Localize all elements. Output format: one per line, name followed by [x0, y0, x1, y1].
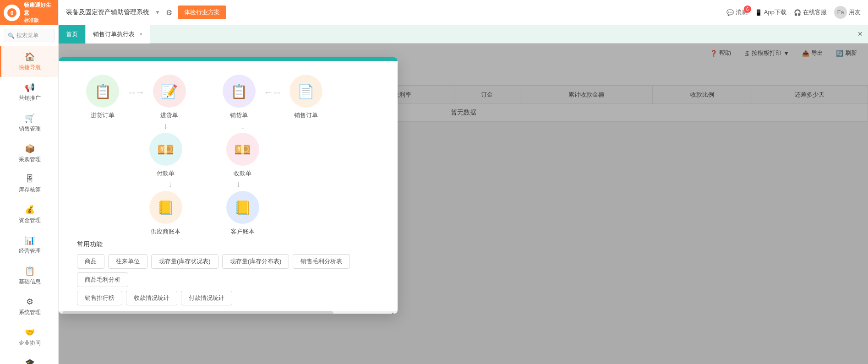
sidebar-item-label: 企业协同	[19, 339, 41, 347]
flow-row-sales-3: 📒 客户账本	[217, 191, 268, 236]
system-icon: ⚙	[26, 297, 33, 307]
page-area: ❓ 帮助 🖨 按模板打印 ▼ 📤 导出 🔄 刷新	[59, 43, 868, 364]
func-btn-partners[interactable]: 往来单位	[108, 254, 147, 269]
receipt-icon: 💴	[234, 141, 251, 158]
flow-node-sales-bill[interactable]: 📋 销货单	[223, 75, 256, 120]
down-arrow-rec: ↓	[213, 178, 332, 191]
sidebar-item-sales[interactable]: 🛒 销售管理	[0, 108, 58, 138]
search-icon: 🔍	[8, 33, 15, 39]
message-badge: 6	[744, 5, 751, 13]
purchase-flow-col: 📋 进货订单 - - → 📝	[77, 75, 195, 236]
flow-node-purchase-bill[interactable]: 📝 进货单	[153, 75, 186, 120]
settings-icon[interactable]: ⚙	[166, 8, 172, 17]
down-arrow-pay: ↓	[77, 178, 195, 191]
system-title: 装备及固定资产辅助管理系统	[66, 8, 149, 16]
sidebar-item-label: 营销推广	[19, 94, 41, 102]
sidebar-item-purchase[interactable]: 📦 采购管理	[0, 138, 58, 169]
supplier-circle: 📒	[149, 191, 182, 224]
header-dropdown-icon[interactable]: ▼	[155, 9, 160, 16]
func-btn-receipt-stats[interactable]: 收款情况统计	[126, 291, 177, 305]
quick-nav-icon: 🏠	[25, 52, 35, 62]
sidebar-item-label: 销售管理	[19, 125, 41, 133]
customer-label: 客户账本	[231, 228, 255, 236]
sidebar: 6 畅康通好生意 标准版 🔍 搜索菜单 🏠 快捷导航 📢 营销推广	[0, 0, 59, 364]
scroll-right-arrow[interactable]: ▶	[392, 311, 396, 314]
sidebar-item-label: 库存核算	[19, 186, 41, 194]
common-functions-title: 常用功能	[77, 240, 379, 249]
receipt-circle: 💴	[226, 133, 259, 166]
func-btn-sales-rank[interactable]: 销售排行榜	[77, 291, 122, 305]
message-btn[interactable]: 💬 消息 6	[726, 8, 748, 16]
sales-bill-circle: 📋	[223, 75, 256, 108]
tab-close-icon[interactable]: ×	[139, 31, 142, 38]
tabs-close-all-btn[interactable]: ×	[852, 29, 868, 39]
arrow-down-1: ↓	[164, 121, 168, 131]
customer-icon: 📒	[234, 200, 251, 216]
arrow-down-3: ↓	[241, 121, 245, 131]
scrollbar-thumb	[62, 311, 333, 314]
user-section[interactable]: Ea 用友	[834, 6, 861, 19]
sales-icon: 🛒	[25, 113, 35, 123]
flow-node-purchase-order[interactable]: 📋 进货订单	[86, 75, 119, 120]
sidebar-item-marketing[interactable]: 📢 营销推广	[0, 77, 58, 108]
sidebar-item-inventory[interactable]: 🗄 库存核算	[0, 169, 58, 199]
online-service-btn[interactable]: 🎧 在线客服	[794, 8, 827, 16]
tabs-bar: 首页 销售订单执行表 × ×	[59, 25, 868, 43]
flow-node-sales-order[interactable]: 📄 销售订单	[289, 75, 322, 120]
arrow-po-pb: - - →	[128, 87, 144, 98]
payment-icon: 💴	[157, 141, 174, 158]
sidebar-item-guide[interactable]: 🎓 新手引导	[0, 353, 58, 364]
sidebar-item-label: 资金管理	[19, 217, 41, 224]
flow-node-customer-ledger[interactable]: 📒 客户账本	[226, 191, 259, 236]
sidebar-item-label: 系统管理	[19, 309, 41, 316]
modal-overlay: 📋 进货订单 - - → 📝	[59, 43, 868, 364]
payment-label: 付款单	[157, 169, 175, 178]
sidebar-item-system[interactable]: ⚙ 系统管理	[0, 291, 58, 322]
sidebar-item-collab[interactable]: 🤝 企业协同	[0, 322, 58, 353]
app-download-btn[interactable]: 📱 App下载	[755, 8, 786, 16]
flow-node-payment[interactable]: 💴 付款单	[149, 133, 182, 178]
flow-diagram: 📋 进货订单 - - → 📝	[77, 75, 379, 236]
flow-row-1: 📋 进货订单 - - → 📝	[77, 75, 195, 120]
tab-sales-order[interactable]: 销售订单执行表 ×	[86, 25, 150, 43]
modal-scrollbar[interactable]: ▶	[59, 311, 398, 314]
sidebar-item-label: 经营管理	[19, 247, 41, 255]
customer-circle: 📒	[226, 191, 259, 224]
sidebar-nav: 🏠 快捷导航 📢 营销推广 🛒 销售管理 📦 采购管理 🗄 库存核算 💰	[0, 46, 58, 364]
tab-home-label: 首页	[66, 30, 78, 38]
search-menu-button[interactable]: 🔍 搜索菜单	[4, 29, 55, 42]
modal-body: 📋 进货订单 - - → 📝	[59, 61, 398, 314]
header-right: 💬 消息 6 📱 App下载 🎧 在线客服 Ea 用友	[726, 6, 861, 19]
purchase-order-label: 进货订单	[91, 111, 115, 120]
func-btn-sales-profit[interactable]: 销售毛利分析表	[293, 254, 350, 269]
sales-bill-icon: 📋	[230, 83, 247, 99]
collab-icon: 🤝	[25, 327, 35, 337]
download-icon: 📱	[755, 9, 762, 16]
flow-node-receipt[interactable]: 💴 收款单	[226, 133, 259, 178]
func-btn-stock-dist[interactable]: 现存量(库存分布表)	[222, 254, 289, 269]
sales-order-icon: 📄	[297, 83, 314, 99]
search-label: 搜索菜单	[16, 32, 38, 39]
flow-node-supplier-ledger[interactable]: 📒 供应商账本	[149, 191, 182, 236]
sidebar-item-operations[interactable]: 📊 经营管理	[0, 230, 58, 261]
sales-bill-label: 销货单	[230, 111, 248, 120]
common-functions-section: 常用功能 商品 往来单位 现存量(库存状况表) 现存量(库存分布表) 销售毛利分…	[77, 240, 379, 305]
func-btn-goods[interactable]: 商品	[77, 254, 104, 269]
tab-home[interactable]: 首页	[59, 25, 86, 43]
operations-icon: 📊	[25, 235, 35, 245]
sidebar-item-label: 采购管理	[19, 156, 41, 163]
tab-active-label: 销售订单执行表	[93, 30, 135, 38]
sidebar-item-finance[interactable]: 💰 资金管理	[0, 199, 58, 230]
purchase-bill-circle: 📝	[153, 75, 186, 108]
down-arrow-sb: ↓	[213, 120, 332, 133]
func-btn-goods-profit[interactable]: 商品毛利分析	[77, 272, 128, 287]
func-btn-payment-stats[interactable]: 付款情况统计	[181, 291, 232, 305]
arrow-so-sb: - - →	[265, 87, 280, 98]
func-btn-stock-status[interactable]: 现存量(库存状况表)	[151, 254, 218, 269]
sidebar-item-quick-nav[interactable]: 🏠 快捷导航	[0, 46, 58, 77]
trial-btn[interactable]: 体验行业方案	[178, 5, 226, 19]
app-name: 畅康通好生意	[24, 1, 55, 17]
flow-row-sales-2: 💴 收款单	[217, 133, 268, 178]
sidebar-item-basic[interactable]: 📋 基础信息	[0, 261, 58, 291]
sales-order-circle: 📄	[289, 75, 322, 108]
